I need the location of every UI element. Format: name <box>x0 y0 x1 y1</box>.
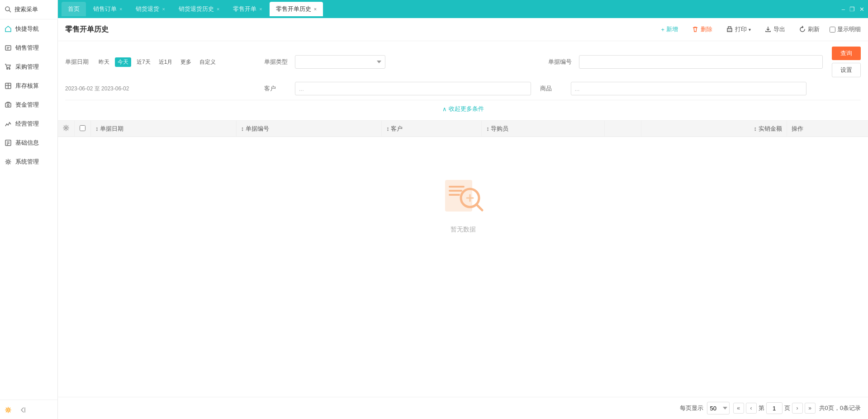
tab-home[interactable]: 首页 <box>62 2 86 16</box>
tab-sales-return-close[interactable]: × <box>162 6 165 12</box>
customer-input[interactable] <box>295 82 531 95</box>
system-icon <box>5 158 12 166</box>
per-page-select[interactable]: 50 10 20 100 <box>707 402 730 414</box>
filter-dates: 昨天 今天 近7天 近1月 更多 自定义 <box>96 57 218 67</box>
page-prev-btn[interactable]: ‹ <box>746 403 757 414</box>
finance-icon <box>5 101 12 109</box>
svg-point-16 <box>7 161 9 163</box>
th-amount[interactable]: ↕ 实销金额 <box>641 121 787 137</box>
date-filter-label: 单据日期 <box>65 58 92 66</box>
tab-sales-return-history-close[interactable]: × <box>217 6 219 12</box>
print-button[interactable]: 打印 ▾ <box>722 24 754 35</box>
date-btn-1month[interactable]: 近1月 <box>156 57 175 67</box>
sidebar-bottom <box>0 400 57 419</box>
action-btns: 查询 设置 <box>832 47 861 77</box>
export-button[interactable]: 导出 <box>761 24 789 35</box>
window-minimize[interactable]: – <box>842 6 845 13</box>
th-number-label: ↕ 单据编号 <box>241 125 269 132</box>
refresh-icon <box>799 26 806 33</box>
th-number[interactable]: ↕ 单据编号 <box>236 121 382 137</box>
sidebar-item-inventory[interactable]: 库存核算 <box>0 76 57 95</box>
window-close[interactable]: ✕ <box>859 6 864 13</box>
page-input[interactable] <box>766 402 783 414</box>
add-button[interactable]: + 新增 <box>657 24 682 35</box>
add-icon: + <box>661 26 664 33</box>
tab-sales-return-history-label: 销货退货历史 <box>179 5 214 13</box>
sidebar-item-label: 销售管理 <box>15 44 39 52</box>
tab-sales-order[interactable]: 销售订单 × <box>87 2 128 16</box>
filter-row-2: 2023-06-02 至 2023-06-02 客户 商品 <box>65 82 861 95</box>
empty-icon <box>436 173 490 218</box>
export-label: 导出 <box>773 25 785 33</box>
type-filter-label: 单据类型 <box>264 58 291 66</box>
goods-input[interactable] <box>571 82 807 95</box>
query-button[interactable]: 查询 <box>832 47 861 60</box>
sidebar-item-basic-info[interactable]: 基础信息 <box>0 133 57 152</box>
print-dropdown-icon: ▾ <box>749 27 751 32</box>
page-header: 零售开单历史 + 新增 删除 <box>58 18 868 41</box>
sidebar-item-quick-nav[interactable]: 快捷导航 <box>0 19 57 38</box>
page-first-btn[interactable]: « <box>733 403 744 414</box>
tabs-bar-right: – ❐ ✕ <box>842 6 864 13</box>
th-salesperson[interactable]: ↕ 导购员 <box>482 121 604 137</box>
collapse-sidebar-icon[interactable] <box>19 405 26 414</box>
export-icon <box>764 26 772 33</box>
th-checkbox[interactable] <box>75 121 91 137</box>
business-icon <box>5 120 12 128</box>
tab-sales-order-close[interactable]: × <box>119 6 122 12</box>
table-settings-icon[interactable] <box>62 126 70 133</box>
inventory-icon <box>5 82 12 90</box>
tab-sales-return-label: 销货退货 <box>136 5 159 13</box>
tab-retail-open-history-close[interactable]: × <box>314 6 317 12</box>
svg-rect-24 <box>449 190 462 192</box>
page-title: 零售开单历史 <box>65 25 109 34</box>
svg-rect-2 <box>5 46 11 50</box>
svg-point-6 <box>9 68 10 69</box>
sidebar-item-purchase-mgmt[interactable]: 采购管理 <box>0 57 57 76</box>
sidebar-item-business[interactable]: 经营管理 <box>0 114 57 133</box>
svg-point-0 <box>5 7 9 11</box>
th-salesperson-label: ↕ 导购员 <box>486 125 508 132</box>
sidebar-item-label: 快捷导航 <box>15 25 39 33</box>
th-customer[interactable]: ↕ 客户 <box>382 121 482 137</box>
date-btn-yesterday[interactable]: 昨天 <box>96 57 112 67</box>
select-all-checkbox[interactable] <box>80 125 85 131</box>
date-btn-7days[interactable]: 近7天 <box>134 57 153 67</box>
tab-sales-return[interactable]: 销货退货 × <box>129 2 171 16</box>
tab-retail-open[interactable]: 零售开单 × <box>227 2 268 16</box>
type-select[interactable] <box>295 55 385 69</box>
table-area: ↕ 单据日期 ↕ 单据编号 ↕ 客户 ↕ 导购员 ↕ <box>58 121 868 397</box>
settings-button[interactable]: 设置 <box>832 63 861 77</box>
sidebar-search-label: 搜索采单 <box>14 5 38 14</box>
page-next-btn[interactable]: › <box>792 403 803 414</box>
sidebar-item-sales-mgmt[interactable]: 销售管理 <box>0 38 57 57</box>
svg-point-5 <box>7 68 8 69</box>
th-settings[interactable] <box>58 121 75 137</box>
collapse-filter-btn[interactable]: ∧ 收起更多条件 <box>65 103 861 115</box>
sidebar-item-system[interactable]: 系统管理 <box>0 152 57 171</box>
svg-rect-23 <box>449 186 465 188</box>
sidebar-item-label: 采购管理 <box>15 63 39 71</box>
tab-retail-open-history[interactable]: 零售开单历史 × <box>270 2 323 16</box>
sidebar-item-label: 资金管理 <box>15 101 39 109</box>
show-detail-input[interactable] <box>830 27 835 33</box>
date-btn-more[interactable]: 更多 <box>178 57 194 67</box>
gear-icon[interactable] <box>5 405 12 414</box>
pagination: 每页显示 50 10 20 100 « ‹ 第 页 › » 共0页，0条记录 <box>58 397 868 419</box>
toolbar: + 新增 删除 <box>657 24 861 35</box>
svg-rect-20 <box>728 30 731 31</box>
number-input[interactable] <box>579 55 823 69</box>
sidebar-search[interactable]: 搜索采单 <box>0 0 57 19</box>
window-restore[interactable]: ❐ <box>849 6 855 13</box>
refresh-button[interactable]: 刷新 <box>795 24 823 35</box>
date-btn-today[interactable]: 今天 <box>115 57 131 67</box>
tab-sales-return-history[interactable]: 销货退货历史 × <box>172 2 226 16</box>
page-last-btn[interactable]: » <box>805 403 816 414</box>
sidebar-item-finance[interactable]: 资金管理 <box>0 95 57 114</box>
show-detail-checkbox[interactable]: 显示明细 <box>830 25 861 33</box>
delete-button[interactable]: 删除 <box>688 24 716 35</box>
th-date[interactable]: ↕ 单据日期 <box>91 121 237 137</box>
tab-retail-open-close[interactable]: × <box>259 6 262 12</box>
collapse-label: 收起更多条件 <box>449 105 484 113</box>
date-btn-custom[interactable]: 自定义 <box>197 57 218 67</box>
